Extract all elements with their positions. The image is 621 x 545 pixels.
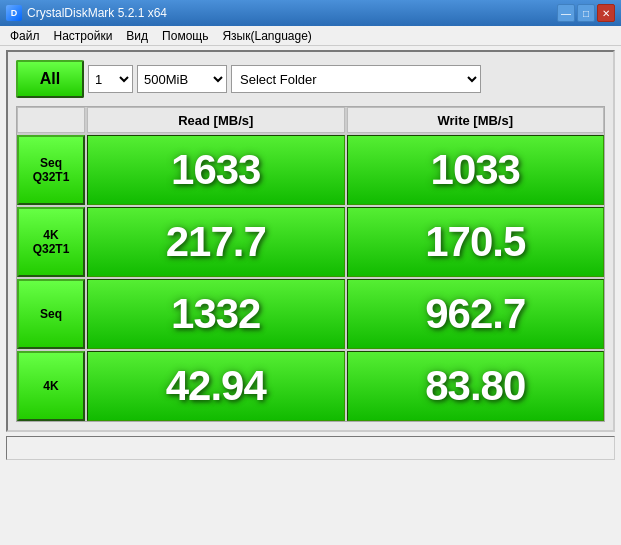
menu-settings[interactable]: Настройки — [48, 27, 119, 45]
menu-file[interactable]: Файл — [4, 27, 46, 45]
label-seq: Seq — [17, 279, 85, 349]
menubar: Файл Настройки Вид Помощь Язык(Language) — [0, 26, 621, 46]
app-icon: D — [6, 5, 22, 21]
statusbar — [6, 436, 615, 460]
all-button[interactable]: All — [16, 60, 84, 98]
label-4k: 4K — [17, 351, 85, 421]
size-select[interactable]: 500MiB 1GiB 2GiB — [137, 65, 227, 93]
folder-select[interactable]: Select Folder — [231, 65, 481, 93]
write-4k: 83.80 — [347, 351, 605, 421]
write-seq: 962.7 — [347, 279, 605, 349]
read-4k-q32t1: 217.7 — [87, 207, 345, 277]
label-seq-q32t1: SeqQ32T1 — [17, 135, 85, 205]
maximize-button[interactable]: □ — [577, 4, 595, 22]
read-seq-q32t1: 1633 — [87, 135, 345, 205]
read-4k: 42.94 — [87, 351, 345, 421]
read-seq: 1332 — [87, 279, 345, 349]
main-window: All 1 3 5 500MiB 1GiB 2GiB Select Folder… — [6, 50, 615, 432]
close-button[interactable]: ✕ — [597, 4, 615, 22]
minimize-button[interactable]: — — [557, 4, 575, 22]
number-select[interactable]: 1 3 5 — [88, 65, 133, 93]
controls-row: All 1 3 5 500MiB 1GiB 2GiB Select Folder — [16, 60, 605, 98]
benchmark-grid: Read [MB/s] Write [MB/s] SeqQ32T1 1633 1… — [16, 106, 605, 422]
titlebar: D CrystalDiskMark 5.2.1 x64 — □ ✕ — [0, 0, 621, 26]
write-4k-q32t1: 170.5 — [347, 207, 605, 277]
label-4k-q32t1: 4KQ32T1 — [17, 207, 85, 277]
header-read: Read [MB/s] — [87, 107, 345, 133]
menu-help[interactable]: Помощь — [156, 27, 214, 45]
header-empty — [17, 107, 85, 133]
menu-language[interactable]: Язык(Language) — [216, 27, 317, 45]
window-title: CrystalDiskMark 5.2.1 x64 — [27, 6, 167, 20]
write-seq-q32t1: 1033 — [347, 135, 605, 205]
header-write: Write [MB/s] — [347, 107, 605, 133]
menu-view[interactable]: Вид — [120, 27, 154, 45]
